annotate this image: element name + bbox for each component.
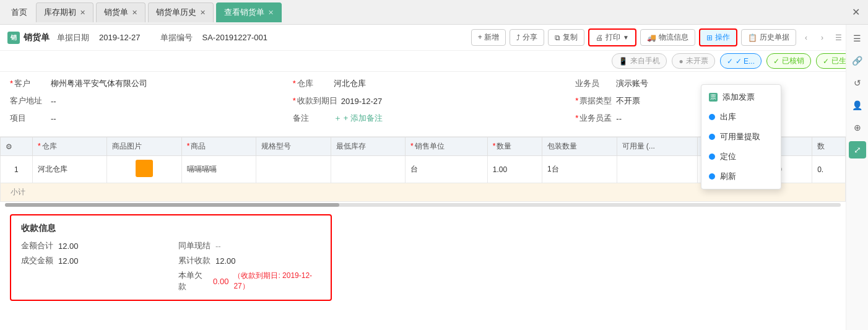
header-area: 销 销货单 单据日期 2019-12-27 单据编号 SA-20191227-0… <box>0 25 868 72</box>
nav-next-button[interactable]: › <box>816 32 828 44</box>
ops-dropdown-menu: 票 添加发票 出库 可用量提取 定位 刷新 <box>701 84 781 189</box>
doc-header-row: 销 销货单 单据日期 2019-12-27 单据编号 SA-20191227-0… <box>0 25 868 50</box>
customer-value[interactable]: 柳州粤港平安气体有限公司 <box>51 78 147 89</box>
gear-icon[interactable]: ⚙ <box>6 142 12 151</box>
col-pack-qty: 包装数量 <box>542 137 617 156</box>
sidebar-icon-2[interactable]: 🔗 <box>849 52 866 69</box>
sidebar-icon-1[interactable]: ☰ <box>849 30 866 47</box>
col-qty: 数量 <box>487 137 542 156</box>
balance-label: 本单欠款 <box>178 270 208 292</box>
tab-inventory-close[interactable]: ✕ <box>80 9 85 17</box>
print-button[interactable]: 🖨 打印 ▼ <box>588 28 636 46</box>
tab-bar: 首页 库存期初 ✕ 销货单 ✕ 销货单历史 ✕ 查看销货单 ✕ ✕ <box>0 0 868 25</box>
tab-sales-close[interactable]: ✕ <box>132 9 137 17</box>
doc-no-value: SA-20191227-001 <box>202 33 268 42</box>
cumulative-item: 累计收款 12.00 <box>178 255 321 266</box>
share-button[interactable]: ⤴ 分享 <box>510 29 544 46</box>
history-button[interactable]: 📋 历史单据 <box>741 29 796 46</box>
dropdown-out-warehouse[interactable]: 出库 <box>701 107 781 127</box>
window-close-button[interactable]: ✕ <box>848 5 863 20</box>
tab-view-sales[interactable]: 查看销货单 ✕ <box>216 2 282 22</box>
mobile-icon: 📱 <box>618 57 628 66</box>
payment-grid: 金额合计 12.00 同单现结 -- 成交金额 12.00 累计收款 12.00… <box>21 240 321 292</box>
plus-icon: ＋ <box>334 113 342 124</box>
add-button[interactable]: + 新增 <box>471 29 506 46</box>
copy-button[interactable]: ⧉ 复制 <box>548 29 584 46</box>
warehouse-field: 仓库 河北仓库 <box>293 78 576 89</box>
ticket-label: 票据类型 <box>575 95 612 106</box>
not-open-icon: ● <box>679 57 683 66</box>
ticket-value[interactable]: 不开票 <box>616 95 640 106</box>
tab-inventory-label: 库存期初 <box>44 7 76 18</box>
total-amount-value: 12.00 <box>58 241 79 251</box>
doc-date-value: 2019-12-27 <box>99 33 141 42</box>
tab-home[interactable]: 首页 <box>5 7 33 18</box>
payment-info-box: 收款信息 金额合计 12.00 同单现结 -- 成交金额 12.00 累计收款 … <box>10 214 332 301</box>
sidebar-icon-expand[interactable]: ⤢ <box>849 141 866 158</box>
deal-amount-item: 成交金额 12.00 <box>21 255 163 266</box>
logistics-button[interactable]: 🚚 物流信息 <box>640 29 695 46</box>
sidebar-icon-3[interactable]: ↺ <box>849 74 866 92</box>
total-amount-item: 金额合计 12.00 <box>21 240 163 251</box>
staff-label: 业务员 <box>575 78 612 89</box>
same-order-item: 同单现结 -- <box>178 240 321 251</box>
dropdown-position[interactable]: 定位 <box>701 147 781 167</box>
sold-button[interactable]: ✓ 已核销 <box>766 53 811 69</box>
deal-amount-label: 成交金额 <box>21 255 53 266</box>
sidebar-icon-5[interactable]: ⊕ <box>849 119 866 136</box>
address-label: 客户地址 <box>10 95 47 106</box>
dropdown-available-qty[interactable]: 可用量提取 <box>701 127 781 147</box>
sold-icon: ✓ <box>773 57 779 66</box>
col-spec: 规格型号 <box>256 137 331 156</box>
col-unit: 销售单位 <box>405 137 487 156</box>
warehouse-value[interactable]: 河北仓库 <box>334 78 366 89</box>
row-available <box>617 156 697 183</box>
out-warehouse-dot <box>709 114 715 120</box>
warehouse-label: 仓库 <box>293 78 330 89</box>
payment-date-value[interactable]: 2019-12-27 <box>341 97 383 106</box>
row-more: 0. <box>812 156 846 183</box>
row-spec <box>256 156 331 183</box>
copy-icon: ⧉ <box>555 33 560 42</box>
confirm-icon: ✓ <box>727 57 733 66</box>
confirm-button[interactable]: ✓ ✓ E... <box>720 53 762 69</box>
print-dropdown-icon: ▼ <box>623 34 629 41</box>
tab-inventory[interactable]: 库存期初 ✕ <box>36 2 93 22</box>
tab-sales[interactable]: 销货单 ✕ <box>96 2 145 22</box>
position-label: 定位 <box>720 151 736 162</box>
right-sidebar: ☰ 🔗 ↺ 👤 ⊕ ⤢ <box>846 25 868 330</box>
not-open-button[interactable]: ● 未开票 <box>672 53 714 69</box>
cumulative-label: 累计收款 <box>178 255 210 266</box>
scroll-thumb[interactable] <box>5 203 339 207</box>
dropdown-refresh[interactable]: 刷新 <box>701 167 781 186</box>
payment-title: 收款信息 <box>21 223 321 234</box>
tab-sales-history-close[interactable]: ✕ <box>200 9 206 17</box>
tab-view-sales-close[interactable]: ✕ <box>268 9 274 17</box>
row-no: 1 <box>1 156 33 183</box>
doc-title: 销 销货单 <box>7 32 50 44</box>
horizontal-scrollbar[interactable] <box>5 203 841 207</box>
nav-prev-button[interactable]: ‹ <box>800 32 812 44</box>
address-field: 客户地址 -- <box>10 95 293 106</box>
status-row: 📱 来自手机 ● 未开票 ✓ ✓ E... ✓ 已核销 ✓ 已生效 <box>0 50 868 71</box>
same-order-label: 同单现结 <box>178 240 210 251</box>
note-field: 备注 ＋ + 添加备注 <box>293 113 576 124</box>
main-content: 销 销货单 单据日期 2019-12-27 单据编号 SA-20191227-0… <box>0 25 868 330</box>
tab-sales-history-label: 销货单历史 <box>156 7 196 18</box>
staff2-value[interactable]: -- <box>616 114 622 123</box>
staff-value[interactable]: 演示账号 <box>616 78 648 89</box>
address-value[interactable]: -- <box>51 97 56 106</box>
ops-button[interactable]: ⊞ 操作 <box>699 28 737 46</box>
sidebar-icon-4[interactable]: 👤 <box>849 97 866 114</box>
view-toggle-list[interactable]: ☰ <box>832 32 844 44</box>
out-warehouse-label: 出库 <box>720 111 736 123</box>
col-warehouse: 仓库 <box>32 137 106 156</box>
add-note-button[interactable]: ＋ + 添加备注 <box>334 113 383 124</box>
from-mobile-button[interactable]: 📱 来自手机 <box>612 53 667 69</box>
balance-item: 本单欠款 0.00 （收款到期日: 2019-12-27） <box>178 270 321 292</box>
doc-meta: 单据日期 2019-12-27 单据编号 SA-20191227-001 <box>57 32 267 43</box>
dropdown-add-invoice[interactable]: 票 添加发票 <box>701 87 781 107</box>
tab-sales-history[interactable]: 销货单历史 ✕ <box>148 2 214 22</box>
project-value[interactable]: -- <box>51 114 56 123</box>
row-pack-qty: 1台 <box>542 156 617 183</box>
